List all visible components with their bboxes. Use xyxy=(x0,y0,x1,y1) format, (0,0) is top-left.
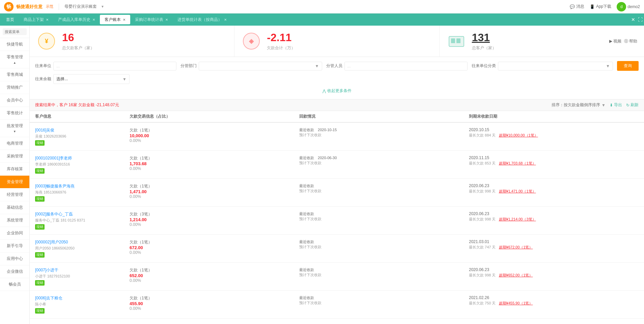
collapse-button[interactable]: ⋀ 收起更多条件 xyxy=(35,87,639,95)
overdue-link-3[interactable]: 超期¥1,214.00（3笔） xyxy=(499,217,536,221)
overdue-link-0[interactable]: 超期¥10,000.00（1笔） xyxy=(499,133,538,137)
customer-name-0[interactable]: [0016]吴俊 xyxy=(35,127,130,133)
tab-home[interactable]: 首页 xyxy=(1,15,19,24)
tab-production-close[interactable]: ✕ xyxy=(92,18,95,22)
video-btn[interactable]: ▶ 视频 xyxy=(609,38,621,44)
debt-count-2: 欠款（1笔） xyxy=(130,183,299,189)
tab-fullscreen-btn[interactable]: ⛶ xyxy=(638,17,643,22)
sidebar-item-enterprise[interactable]: 企业协同 xyxy=(0,227,29,240)
message-btn[interactable]: 💬 消息 xyxy=(570,4,584,9)
customer-name-2[interactable]: [0003]畅捷服务尹海燕 xyxy=(35,183,130,189)
sidebar-item-retail-stats[interactable]: 零售统计 xyxy=(0,107,29,120)
refresh-label: 刷新 xyxy=(631,102,639,108)
filter-balance-select[interactable]: 选择... ▼ xyxy=(53,74,130,84)
overdue-link-4[interactable]: 超期¥672.00（1笔） xyxy=(499,245,533,249)
customer-tag-1: 现销 xyxy=(35,168,45,174)
card1-icon: ¥ xyxy=(36,31,57,51)
user-profile[interactable]: d demo2 xyxy=(617,2,640,11)
customer-name-5[interactable]: [0007]小进干 xyxy=(35,267,130,273)
sidebar-item-inventory[interactable]: 库存核算 xyxy=(0,163,29,176)
sidebar-item-batch-mgmt[interactable]: 批发管理 ▼ xyxy=(0,120,29,137)
filter-dept-select[interactable]: ▼ xyxy=(199,62,322,70)
sidebar-item-purchase-mgmt[interactable]: 采购管理 xyxy=(0,150,29,163)
video-label: 视频 xyxy=(613,38,621,44)
customer-name-4[interactable]: [000002]用户2050 xyxy=(35,239,130,245)
tab-purchase-close[interactable]: ✕ xyxy=(165,18,168,22)
overdue-link-6[interactable]: 超期¥455.90（1笔） xyxy=(499,301,533,305)
company-selector[interactable]: 母婴行业演示账套 xyxy=(64,4,97,9)
collect-date-6: 最近收款 xyxy=(299,295,469,300)
export-button[interactable]: ⬇ 导出 xyxy=(610,102,622,108)
sidebar-item-weixin[interactable]: 企业微信 xyxy=(0,265,29,278)
sidebar-item-vip[interactable]: 畅会员 xyxy=(0,278,29,291)
cell-due-3: 2020.06.23 最长欠款 998 天 超期¥1,214.00（3笔） xyxy=(469,210,639,223)
customer-tag-2: 现销 xyxy=(35,196,45,202)
cell-collect-2: 最近收款 预计下次收款 xyxy=(299,182,469,195)
summary-card-2: ◈ -2.11 欠款合计（万） xyxy=(234,26,439,57)
customer-name-6[interactable]: [0006]去下粮仓 xyxy=(35,295,130,301)
sidebar-item-basic-info[interactable]: 基础信息 xyxy=(0,201,29,214)
collapse-area: ⋀ 收起更多条件 xyxy=(35,87,639,95)
customer-phone-2: 海燕 18513066976 xyxy=(35,190,130,195)
debt-count-3: 欠款（3笔） xyxy=(130,211,299,217)
overdue-link-1[interactable]: 超期¥1,703.68（1笔） xyxy=(499,161,536,165)
sidebar-item-guide[interactable]: 新手引导 xyxy=(0,240,29,253)
tab-stock[interactable]: 进货单统计表（按商品） ✕ xyxy=(173,15,231,24)
cell-collect-1: 最近收款 2020-06-30 预计下次收款 xyxy=(299,154,469,167)
sort-selector[interactable]: 排序：按欠款金额倒序排序 ▼ xyxy=(552,102,606,108)
logo-icon: 畅 xyxy=(4,2,13,11)
tab-stock-close[interactable]: ✕ xyxy=(224,18,227,22)
tab-customer-close[interactable]: ✕ xyxy=(123,18,125,22)
tab-stock-label: 进货单统计表（按商品） xyxy=(177,17,222,23)
main-layout: 快捷导航 零售管理 ▲ 零售商城 营销推广 会员中心 零售统计 批发管理 ▼ 电… xyxy=(0,26,644,324)
overdue-link-2[interactable]: 超期¥1,471.00（1笔） xyxy=(499,189,536,193)
help-btn[interactable]: ⓪ 帮助 xyxy=(624,38,637,44)
sidebar-item-ecommerce[interactable]: 电商管理 xyxy=(0,137,29,150)
tab-products-label: 商品上下架 xyxy=(24,17,44,23)
card3-icon xyxy=(446,31,467,51)
sidebar-item-system[interactable]: 系统管理 xyxy=(0,214,29,227)
sidebar-item-app-center[interactable]: 应用中心 xyxy=(0,253,29,265)
sidebar-item-operation[interactable]: 经营管理 xyxy=(0,188,29,201)
table-row: [0016]吴俊 吴俊 13026203696 现销 欠款（1笔） 10,000… xyxy=(30,123,644,151)
filter-source-unit-input[interactable]: ... xyxy=(53,62,176,70)
tab-production-label: 产成品入库单历史 xyxy=(58,17,90,23)
col-collection: 回款情况 xyxy=(299,114,469,119)
collect-date-5: 最近收款 xyxy=(299,267,469,272)
col-due-date: 到期未收款日期 xyxy=(469,114,639,119)
app-download-btn[interactable]: 📱 App下载 xyxy=(590,4,611,9)
customer-name-1[interactable]: [0001020001]李老师 xyxy=(35,155,130,161)
sidebar-item-quick-nav[interactable]: 快捷导航 xyxy=(0,38,29,51)
card2-label: 欠款合计（万） xyxy=(267,45,432,51)
tab-products-close[interactable]: ✕ xyxy=(46,18,49,22)
search-button[interactable]: 查询 xyxy=(617,61,639,71)
filter-manager-input[interactable]: ... xyxy=(344,62,468,70)
due-date-1: 2020.11.15 xyxy=(469,155,639,160)
sidebar-item-member[interactable]: 会员中心 xyxy=(0,94,29,107)
tab-customer[interactable]: 客户账本 ✕ xyxy=(100,15,130,24)
sidebar-item-retail-mall[interactable]: 零售商城 xyxy=(0,68,29,81)
card3-content: 131 总客户（家） xyxy=(472,31,604,51)
filter-manager-label: 分管人员 xyxy=(326,63,342,69)
sidebar-item-finance[interactable]: 资金管理 xyxy=(0,176,29,188)
tab-purchase-label: 采购订单统计表 xyxy=(135,17,163,23)
refresh-button[interactable]: ↻ 刷新 xyxy=(626,102,639,108)
collect-next-5: 预计下次收款 xyxy=(299,272,469,277)
overdue-link-5[interactable]: 超期¥652.00（1笔） xyxy=(499,273,533,277)
company-dropdown-icon[interactable]: ▼ xyxy=(101,5,104,8)
tab-production[interactable]: 产成品入库单历史 ✕ xyxy=(53,15,100,24)
debt-count-0: 欠款（1笔） xyxy=(130,127,299,133)
customer-tag-3: 现销 xyxy=(35,224,45,230)
collect-next-6: 预计下次收款 xyxy=(299,300,469,305)
summary-card-3: 131 总客户（家） ▶ 视频 ⓪ 帮助 xyxy=(440,26,644,57)
customer-phone-3: 服务中心_丁磊 181 0125 8371 xyxy=(35,218,130,223)
tab-purchase[interactable]: 采购订单统计表 ✕ xyxy=(130,15,173,24)
filter-category-select[interactable]: ▼ xyxy=(498,62,613,70)
card2-number: -2.11 xyxy=(267,31,432,44)
tab-products[interactable]: 商品上下架 ✕ xyxy=(19,15,53,24)
sidebar-item-retail-mgmt[interactable]: 零售管理 ▲ xyxy=(0,51,29,68)
sidebar-item-marketing[interactable]: 营销推广 xyxy=(0,81,29,94)
tab-close-all-btn[interactable]: ✕ xyxy=(631,17,635,22)
customer-name-3[interactable]: [0002]服务中心_丁磊 xyxy=(35,211,130,217)
sidebar-search-input[interactable] xyxy=(3,28,27,35)
